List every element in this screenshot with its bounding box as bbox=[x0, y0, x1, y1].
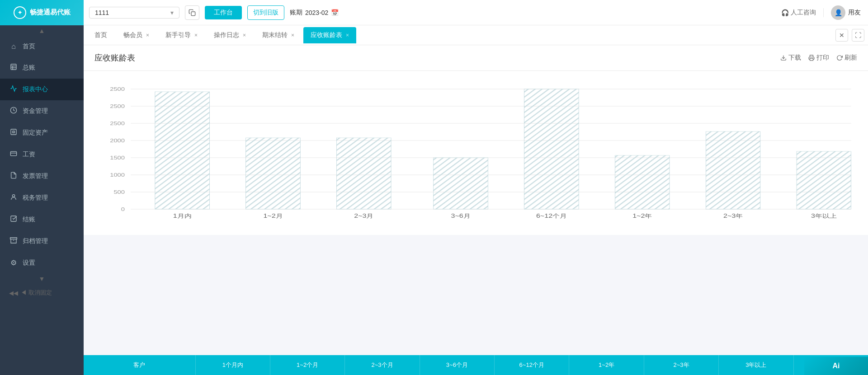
sidebar-item-label: 税务管理 bbox=[23, 194, 48, 202]
sidebar-item-ledger[interactable]: 总账 bbox=[0, 57, 84, 79]
refresh-button[interactable]: 刷新 bbox=[836, 54, 857, 62]
svg-rect-37 bbox=[706, 131, 760, 209]
copy-icon-button[interactable] bbox=[185, 5, 199, 20]
svg-rect-35 bbox=[524, 89, 579, 209]
tab-close-period-end[interactable]: × bbox=[291, 32, 294, 38]
consultation-button[interactable]: 🎧 人工咨询 bbox=[781, 9, 816, 17]
company-name: 1111 bbox=[95, 9, 167, 16]
avatar: 👤 bbox=[831, 5, 845, 20]
tax-icon bbox=[9, 193, 18, 202]
tab-receivable-age[interactable]: 应收账龄表 × bbox=[303, 27, 356, 43]
workbench-button[interactable]: 工作台 bbox=[205, 6, 242, 19]
svg-rect-10 bbox=[11, 216, 16, 221]
tab-label: 首页 bbox=[94, 31, 107, 39]
cancel-pin-label: ◀ 取消固定 bbox=[21, 289, 52, 297]
pin-icon: ◀◀ bbox=[9, 290, 18, 296]
salary-icon bbox=[9, 150, 18, 159]
ai-badge[interactable]: Ai bbox=[804, 357, 868, 375]
logo: ✦ 畅捷通易代账 bbox=[0, 0, 84, 25]
divider bbox=[823, 8, 824, 17]
footer-cell-6-12m: 6~12个月 bbox=[495, 355, 569, 375]
old-version-button[interactable]: 切到旧版 bbox=[247, 5, 284, 20]
svg-rect-6 bbox=[11, 129, 16, 135]
chevron-down-icon: ▾ bbox=[170, 9, 174, 16]
content-spacer bbox=[84, 235, 868, 355]
tab-home[interactable]: 首页 bbox=[87, 27, 114, 43]
download-label: 下载 bbox=[788, 54, 801, 62]
refresh-icon bbox=[836, 55, 843, 61]
svg-point-9 bbox=[12, 195, 14, 197]
sidebar: ▲ ⌂ 首页 总账 报表中心 资金管理 固定资产 bbox=[0, 25, 84, 375]
settlement-icon bbox=[9, 215, 18, 224]
cancel-pin-button[interactable]: ◀◀ ◀ 取消固定 bbox=[0, 284, 84, 301]
svg-text:1000: 1000 bbox=[110, 172, 125, 178]
svg-text:2500: 2500 bbox=[110, 86, 125, 92]
svg-text:2500: 2500 bbox=[110, 121, 125, 127]
top-header: ✦ 畅捷通易代账 1111 ▾ 工作台 切到旧版 账期 2023-02 📅 🎧 … bbox=[0, 0, 868, 25]
tab-close-guide[interactable]: × bbox=[194, 32, 198, 38]
tab-close-oplog[interactable]: × bbox=[243, 32, 246, 38]
svg-text:2500: 2500 bbox=[110, 103, 125, 109]
footer-cell-1m: 1个月内 bbox=[196, 355, 270, 375]
sidebar-item-reports[interactable]: 报表中心 bbox=[0, 79, 84, 100]
invoice-icon bbox=[9, 172, 18, 181]
sidebar-item-salary[interactable]: 工资 bbox=[0, 144, 84, 165]
refresh-label: 刷新 bbox=[844, 54, 857, 62]
user-area[interactable]: 👤 用友 bbox=[831, 5, 861, 20]
svg-text:500: 500 bbox=[113, 189, 125, 195]
print-button[interactable]: 打印 bbox=[808, 54, 829, 62]
tab-label: 新手引导 bbox=[165, 31, 191, 39]
expand-tabs-button[interactable]: ⛶ bbox=[852, 29, 864, 42]
svg-text:3~6月: 3~6月 bbox=[451, 213, 470, 219]
tab-oplog[interactable]: 操作日志 × bbox=[207, 27, 253, 43]
footer-cell-1-2y: 1~2年 bbox=[569, 355, 644, 375]
svg-text:2~3月: 2~3月 bbox=[354, 213, 373, 219]
user-label: 用友 bbox=[848, 9, 861, 17]
svg-text:1月内: 1月内 bbox=[173, 213, 192, 219]
sidebar-item-settlement[interactable]: 结账 bbox=[0, 209, 84, 230]
logo-text: 畅捷通易代账 bbox=[30, 8, 71, 17]
download-button[interactable]: 下载 bbox=[780, 54, 801, 62]
footer-cell-2-3y: 2~3年 bbox=[644, 355, 719, 375]
company-selector[interactable]: 1111 ▾ bbox=[89, 7, 179, 19]
tab-member[interactable]: 畅会员 × bbox=[116, 27, 156, 43]
calendar-icon[interactable]: 📅 bbox=[331, 9, 339, 16]
tab-period-end[interactable]: 期末结转 × bbox=[255, 27, 302, 43]
sidebar-item-archive[interactable]: 归档管理 bbox=[0, 230, 84, 252]
home-icon: ⌂ bbox=[9, 42, 18, 51]
svg-rect-13 bbox=[810, 58, 813, 61]
sidebar-scroll-down[interactable]: ▼ bbox=[0, 273, 84, 284]
page-content: 应收账龄表 下载 打印 刷新 bbox=[84, 45, 868, 375]
sidebar-item-label: 报表中心 bbox=[23, 85, 48, 94]
settings-icon: ⚙ bbox=[9, 258, 18, 267]
svg-rect-36 bbox=[615, 155, 670, 209]
close-tabs-button[interactable]: ✕ bbox=[835, 29, 848, 42]
sidebar-item-invoice[interactable]: 发票管理 bbox=[0, 165, 84, 187]
ai-badge-label: Ai bbox=[833, 362, 840, 370]
footer-cell-3-6m: 3~6个月 bbox=[420, 355, 495, 375]
svg-rect-7 bbox=[10, 151, 16, 155]
sidebar-item-assets[interactable]: 固定资产 bbox=[0, 122, 84, 144]
period-label: 账期 bbox=[290, 9, 302, 17]
chart-container: 2500 2500 2500 2000 1500 1000 500 0 bbox=[84, 71, 868, 235]
headset-icon: 🎧 bbox=[781, 9, 789, 16]
sidebar-scroll-up[interactable]: ▲ bbox=[0, 25, 84, 36]
sidebar-item-label: 首页 bbox=[23, 42, 35, 51]
tab-label: 期末结转 bbox=[262, 31, 288, 39]
sidebar-item-tax[interactable]: 税务管理 bbox=[0, 187, 84, 209]
svg-rect-31 bbox=[155, 92, 210, 209]
tab-close-receivable-age[interactable]: × bbox=[346, 32, 349, 38]
sidebar-item-settings[interactable]: ⚙ 设置 bbox=[0, 252, 84, 273]
tab-close-member[interactable]: × bbox=[146, 32, 149, 38]
logo-icon: ✦ bbox=[14, 6, 26, 19]
tab-label: 操作日志 bbox=[214, 31, 239, 39]
sidebar-item-funds[interactable]: 资金管理 bbox=[0, 100, 84, 122]
main-layout: ▲ ⌂ 首页 总账 报表中心 资金管理 固定资产 bbox=[0, 25, 868, 375]
tab-guide[interactable]: 新手引导 × bbox=[158, 27, 205, 43]
page-title: 应收账龄表 bbox=[94, 52, 135, 63]
reports-icon bbox=[9, 85, 18, 94]
tabs-bar: 首页 畅会员 × 新手引导 × 操作日志 × 期末结转 × 应收账龄表 × bbox=[84, 25, 868, 45]
tab-label: 应收账龄表 bbox=[311, 31, 342, 39]
sidebar-item-home[interactable]: ⌂ 首页 bbox=[0, 36, 84, 57]
period-area: 账期 2023-02 📅 bbox=[290, 9, 339, 17]
